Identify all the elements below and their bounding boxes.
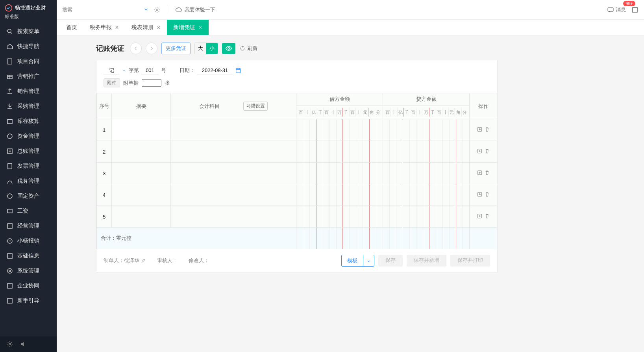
subject-cell[interactable]	[171, 119, 296, 141]
voucher-toolbar: 记账凭证 更多凭证 大 小 刷新	[96, 43, 628, 54]
sidebar-item-inventory[interactable]: 库存核算	[0, 114, 57, 129]
debit-cell[interactable]	[296, 119, 383, 141]
save-new-button: 保存并新增	[407, 255, 446, 267]
sound-icon[interactable]	[20, 341, 27, 348]
add-row-icon[interactable]	[477, 191, 483, 197]
no-input[interactable]	[141, 67, 159, 74]
credit-cell[interactable]	[383, 163, 470, 184]
add-row-icon[interactable]	[477, 170, 483, 176]
wallet-icon	[6, 133, 13, 140]
message-button[interactable]: 消息 99+	[607, 6, 626, 13]
chevron-right-icon	[149, 46, 154, 51]
search-input[interactable]	[62, 4, 149, 16]
try-button[interactable]: 我要体验一下	[175, 6, 215, 13]
add-row-icon[interactable]	[477, 126, 483, 132]
chevron-down-icon[interactable]	[122, 68, 126, 73]
sidebar-item-marketing[interactable]: 营销推广	[0, 69, 57, 84]
date-input[interactable]	[197, 67, 233, 74]
row-seq: 1	[97, 119, 112, 141]
abstract-cell[interactable]	[112, 141, 171, 163]
search-icon	[6, 28, 13, 35]
delete-row-icon[interactable]	[484, 191, 490, 197]
size-small[interactable]: 小	[206, 43, 218, 54]
debit-cell[interactable]	[296, 141, 383, 163]
calendar-icon[interactable]	[235, 67, 241, 74]
debit-cell[interactable]	[296, 163, 383, 184]
sidebar-item-sales[interactable]: 销售管理	[0, 84, 57, 99]
svg-point-17	[9, 343, 11, 345]
sidebar-item-operation[interactable]: 经营管理	[0, 219, 57, 233]
template-button[interactable]: 模板⌄	[341, 255, 374, 267]
delete-row-icon[interactable]	[484, 170, 490, 176]
abstract-cell[interactable]	[112, 184, 171, 206]
row-seq: 3	[97, 163, 112, 184]
size-big[interactable]: 大	[195, 43, 206, 54]
credit-cell[interactable]	[383, 184, 470, 206]
credit-cell[interactable]	[383, 119, 470, 141]
close-icon[interactable]: ✕	[115, 25, 119, 30]
delete-row-icon[interactable]	[484, 126, 490, 132]
subject-cell[interactable]	[171, 163, 296, 184]
sidebar-item-salary[interactable]: 工资	[0, 204, 57, 219]
abstract-cell[interactable]	[112, 119, 171, 141]
add-row-icon[interactable]	[477, 148, 483, 154]
sidebar-item-guide[interactable]: 新手引导	[0, 293, 57, 308]
sidebar-item-search[interactable]: 搜索菜单	[0, 24, 57, 39]
delete-row-icon[interactable]	[484, 213, 490, 219]
table-row: 1	[97, 119, 497, 141]
sidebar-item-system[interactable]: 系统管理	[0, 263, 57, 278]
delete-row-icon[interactable]	[484, 148, 490, 154]
voucher-footer: 制单人：徐泽华 审核人： 修改人： 模板⌄ 保存 保存并新增 保存并打印	[96, 249, 497, 272]
more-voucher-button[interactable]: 更多凭证	[161, 43, 191, 54]
add-row-icon[interactable]	[477, 213, 483, 219]
tab-new-voucher[interactable]: 新增凭证✕	[167, 20, 209, 35]
divider	[168, 5, 168, 15]
ledger-icon	[6, 148, 13, 155]
chevron-down-icon[interactable]	[143, 7, 149, 12]
debit-cell[interactable]	[296, 206, 383, 228]
subject-cell[interactable]	[171, 206, 296, 228]
close-icon[interactable]: ✕	[198, 25, 202, 30]
sidebar-item-asset[interactable]: 固定资产	[0, 189, 57, 204]
credit-cell[interactable]	[383, 141, 470, 163]
credit-cell[interactable]	[383, 206, 470, 228]
word-input[interactable]	[104, 67, 119, 74]
message-icon	[607, 6, 614, 13]
abstract-cell[interactable]	[112, 206, 171, 228]
gear-icon[interactable]	[6, 341, 13, 348]
sidebar-item-fund[interactable]: 资金管理	[0, 129, 57, 144]
sidebar-item-project[interactable]: 项目合同	[0, 54, 57, 69]
next-voucher-button[interactable]	[146, 43, 157, 54]
tab-home[interactable]: 首页	[60, 20, 83, 35]
gift-icon	[6, 73, 13, 80]
settings-button[interactable]	[154, 6, 161, 13]
sidebar-item-quicknav[interactable]: 快捷导航	[0, 39, 57, 54]
sidebar-item-ledger[interactable]: 总账管理	[0, 144, 57, 159]
tab-tax-list[interactable]: 税表清册✕	[125, 20, 167, 35]
tab-tax-declare[interactable]: 税务申报✕	[83, 20, 125, 35]
tax-icon	[6, 178, 13, 185]
subject-cell[interactable]	[171, 141, 296, 163]
refresh-icon	[239, 45, 246, 52]
sidebar-item-collab[interactable]: 企业协同	[0, 278, 57, 293]
close-icon[interactable]: ✕	[157, 25, 161, 30]
abstract-input[interactable]	[113, 121, 169, 139]
attach-chip[interactable]: 附件	[104, 78, 120, 87]
svg-rect-10	[7, 224, 12, 228]
prev-voucher-button[interactable]	[130, 43, 142, 54]
sidebar-item-purchase[interactable]: 采购管理	[0, 99, 57, 114]
preview-button[interactable]	[222, 43, 235, 54]
abstract-cell[interactable]	[112, 163, 171, 184]
sidebar-item-tax[interactable]: 税务管理	[0, 174, 57, 189]
sidebar-item-basic[interactable]: 基础信息	[0, 248, 57, 263]
habit-setting-button[interactable]: 习惯设置	[243, 102, 268, 111]
sidebar-item-expense[interactable]: 小畅报销	[0, 233, 57, 248]
attach-count-input[interactable]	[142, 79, 161, 87]
expand-icon[interactable]	[631, 6, 638, 13]
sidebar-item-invoice[interactable]: 发票管理	[0, 159, 57, 174]
subject-cell[interactable]	[171, 184, 296, 206]
refresh-button[interactable]: 刷新	[239, 45, 257, 52]
debit-cell[interactable]	[296, 184, 383, 206]
sum-text: 合计：零元整	[97, 228, 296, 249]
edit-icon[interactable]	[141, 258, 146, 263]
